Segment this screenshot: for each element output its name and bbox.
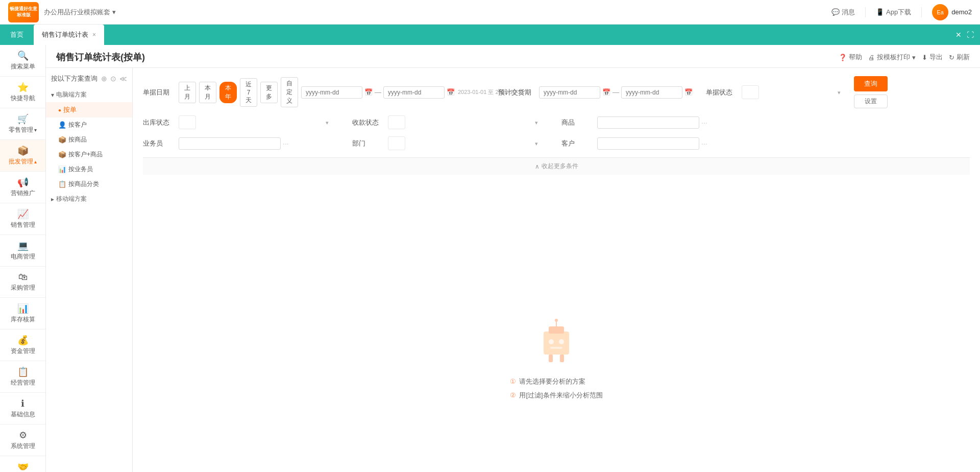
svg-point-3 <box>559 339 564 344</box>
export-icon: ⬇ <box>922 54 927 61</box>
close-window-icon[interactable]: ✕ <box>955 31 962 39</box>
scheme-item-by-order[interactable]: ● 按单 <box>46 102 132 117</box>
ship-status-select[interactable] <box>179 115 196 129</box>
date-this-month-btn[interactable]: 本月 <box>199 82 216 103</box>
settings-scheme-icon[interactable]: ⊙ <box>110 75 116 83</box>
active-dot-icon: ● <box>58 107 61 113</box>
date-start-input[interactable] <box>301 86 362 99</box>
scheme-item-by-salesperson[interactable]: 📊 按业务员 <box>46 162 132 177</box>
chevron-right-icon: ▾ <box>34 127 37 133</box>
finance-icon: 💰 <box>2 335 43 346</box>
sidebar-item-sales[interactable]: 📈 销售管理 <box>0 203 45 235</box>
sidebar-item-basic-info[interactable]: ℹ 基础信息 <box>0 393 45 424</box>
svg-rect-4 <box>550 347 562 349</box>
goods-more-icon[interactable]: ··· <box>701 119 707 127</box>
help-button[interactable]: ❓ 帮助 <box>839 53 862 62</box>
chevron-right-icon: ▸ <box>51 196 54 203</box>
delivery-start-input[interactable] <box>539 86 600 99</box>
sidebar-item-finance[interactable]: 💰 资金管理 <box>0 329 45 361</box>
tab-sales-order-stats[interactable]: 销售订单统计表 × <box>34 25 104 45</box>
export-button[interactable]: ⬇ 导出 <box>922 53 943 62</box>
sidebar-item-operations[interactable]: 📋 经营管理 <box>0 361 45 393</box>
date-more-btn[interactable]: 更多 <box>260 82 278 103</box>
sidebar-item-marketing[interactable]: 📢 营销推广 <box>0 172 45 203</box>
maximize-icon[interactable]: ⛶ <box>967 31 974 39</box>
date-custom-btn[interactable]: 自定义 <box>281 77 298 107</box>
salesperson-more-icon[interactable]: ··· <box>283 139 289 148</box>
scheme-item-by-category[interactable]: 📋 按商品分类 <box>46 177 132 192</box>
search-button[interactable]: 查询 <box>854 76 888 91</box>
scheme-item-by-customer[interactable]: 👤 按客户 <box>46 117 132 132</box>
logo-text: 畅捷通好生意 标准版 <box>10 6 37 18</box>
app-download-button[interactable]: 📱 App下载 <box>876 8 911 17</box>
scheme-item-by-customer-goods[interactable]: 📦 按客户+商品 <box>46 147 132 162</box>
sidebar-item-quick-nav[interactable]: ⭐ 快捷导航 <box>0 77 45 108</box>
customer-more-icon[interactable]: ··· <box>701 139 707 148</box>
print-button[interactable]: 🖨 按模板打印 ▾ <box>868 53 916 62</box>
date-end-input[interactable] <box>383 86 445 99</box>
scheme-group-pc[interactable]: ▾ 电脑端方案 <box>46 87 132 102</box>
date-7days-btn[interactable]: 近7天 <box>240 78 257 107</box>
logo[interactable]: 畅捷通好生意 标准版 <box>8 2 39 22</box>
cal-start-icon[interactable]: 📅 <box>364 88 373 96</box>
payment-status-select[interactable] <box>388 115 405 129</box>
cal-delivery-end-icon[interactable]: 📅 <box>684 88 693 96</box>
department-select[interactable] <box>388 136 405 150</box>
cal-end-icon[interactable]: 📅 <box>447 88 455 96</box>
collapse-bar[interactable]: ∧ 收起更多条件 <box>143 157 970 175</box>
scheme-panel-title: 按以下方案查询 <box>51 74 97 83</box>
print-dropdown-icon: ▾ <box>912 54 916 61</box>
multi-icon: 📦 <box>58 151 66 158</box>
message-button[interactable]: 💬 消息 <box>831 8 855 17</box>
date-range-inputs: 📅 — 📅 <box>301 86 455 99</box>
filter-settings-button[interactable]: 设置 <box>854 95 888 108</box>
salesperson-input[interactable] <box>179 137 281 150</box>
empty-hint-1: ① 请先选择要分析的方案 <box>510 375 602 387</box>
sidebar-item-purchase[interactable]: 🛍 采购管理 <box>0 267 45 298</box>
goods-input-area: ··· <box>597 116 970 129</box>
date-filter-group: 上月 本月 本年 近7天 更多 自定义 📅 — <box>179 77 485 107</box>
collapse-scheme-icon[interactable]: ≪ <box>119 75 127 83</box>
company-name: 办公用品行业模拟账套 <box>44 8 110 17</box>
sidebar-item-collab[interactable]: 🤝 企业协同 <box>0 456 45 472</box>
ship-status-arrow: ▾ <box>326 119 329 126</box>
collapse-label: 收起更多条件 <box>542 162 578 171</box>
empty-hint-2: ② 用[过滤]条件来缩小分析范围 <box>510 389 602 401</box>
company-selector[interactable]: 办公用品行业模拟账套 ▾ <box>44 8 116 17</box>
scheme-panel-header: 按以下方案查询 ⊕ ⊙ ≪ <box>46 72 132 87</box>
bar-chart-icon: 📊 <box>58 166 66 173</box>
info-icon: ℹ <box>2 398 43 409</box>
svg-point-2 <box>549 339 554 344</box>
scheme-item-by-goods[interactable]: 📦 按商品 <box>46 132 132 147</box>
purchase-icon: 🛍 <box>2 272 43 282</box>
inventory-icon: 📊 <box>2 303 43 314</box>
user-menu[interactable]: Ea demo2 <box>932 4 972 20</box>
sidebar-item-wholesale[interactable]: 📦 批发管理 ▴ <box>0 140 45 172</box>
tab-close-button[interactable]: × <box>92 31 96 38</box>
message-icon: 💬 <box>831 8 840 16</box>
delivery-end-input[interactable] <box>621 86 682 99</box>
date-this-year-btn[interactable]: 本年 <box>219 82 237 103</box>
ship-status-select-wrap: ▾ <box>179 115 332 129</box>
bill-status-select[interactable] <box>742 85 759 99</box>
customer-input[interactable] <box>597 137 699 150</box>
chevron-down-icon: ▾ <box>51 91 54 99</box>
refresh-button[interactable]: ↻ 刷新 <box>949 53 970 62</box>
sidebar-item-system[interactable]: ⚙ 系统管理 <box>0 424 45 456</box>
cal-delivery-start-icon[interactable]: 📅 <box>602 88 610 96</box>
sidebar-item-search[interactable]: 🔍 搜索菜单 <box>0 45 45 77</box>
add-scheme-icon[interactable]: ⊕ <box>101 75 107 83</box>
goods-input[interactable] <box>597 116 699 129</box>
sales-icon: 📈 <box>2 208 43 220</box>
date-last-month-btn[interactable]: 上月 <box>179 82 196 103</box>
chevron-up-icon: ▴ <box>34 159 37 164</box>
tab-home[interactable]: 首页 <box>0 25 34 45</box>
scheme-group-mobile[interactable]: ▸ 移动端方案 <box>46 192 132 206</box>
main-layout: 🔍 搜索菜单 ⭐ 快捷导航 🛒 零售管理 ▾ 📦 批发管理 ▴ 📢 营销推广 <box>0 45 980 472</box>
topbar-right: 💬 消息 📱 App下载 Ea demo2 <box>831 4 972 20</box>
sidebar-item-ecommerce[interactable]: 💻 电商管理 <box>0 235 45 267</box>
page-header: 销售订单统计表(按单) ❓ 帮助 🖨 按模板打印 ▾ ⬇ 导出 ↻ 刷新 <box>46 45 980 68</box>
sidebar-item-retail[interactable]: 🛒 零售管理 ▾ <box>0 108 45 140</box>
sidebar-item-inventory[interactable]: 📊 库存核算 <box>0 298 45 329</box>
gear-icon: ⚙ <box>2 430 43 441</box>
